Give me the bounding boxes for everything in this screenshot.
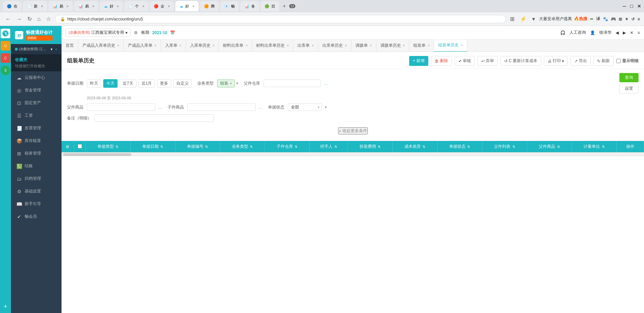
header-collapse-left[interactable]: ◀ (616, 30, 619, 35)
biz-type-dropdown-icon[interactable]: ▾ (236, 81, 238, 86)
forward-button[interactable]: → (15, 15, 23, 24)
calendar-icon[interactable]: 📅 (170, 30, 175, 35)
hot-search-label[interactable]: 🔥热搜 (574, 16, 587, 22)
sidebar-item-member[interactable]: ✔ 畅会员 (11, 210, 62, 223)
cut-icon[interactable]: ✂ (590, 17, 593, 22)
company-select-dropdown[interactable]: (勿删勿禁用) 江西服宝测试专用 ▾ (66, 28, 131, 37)
undo-icon[interactable]: ↺ (631, 17, 635, 22)
tab-kit-order[interactable]: 组装单 × (409, 40, 434, 52)
sidebar-item-cloud-report[interactable]: ☁ 云报表中心 (11, 71, 62, 84)
th-checkbox[interactable] (74, 141, 85, 152)
browser-tab-8[interactable]: ☁ 好 × (175, 1, 199, 11)
tab-material-out-close[interactable]: × (245, 44, 247, 47)
more-btn[interactable]: 更多 (157, 79, 171, 88)
sidebar-item-guide[interactable]: 📖 新手引导 (11, 198, 62, 210)
username-label[interactable]: 徐泽华 (599, 30, 612, 35)
tab-produce-in[interactable]: 产成品入库单 × (124, 40, 161, 52)
week-btn[interactable]: 近7天 (120, 79, 136, 88)
browser-tab-6[interactable]: 📄 个 × (124, 1, 148, 11)
sidebar-item-settlement[interactable]: 💹 结账 (11, 160, 62, 172)
translate-icon[interactable]: 译 (596, 16, 600, 22)
tab-out-order-history[interactable]: 出库单历史 × (318, 40, 351, 52)
tab-assembly-history[interactable]: 调拨单历史 × (376, 40, 410, 52)
header-collapse-right[interactable]: ▶ (623, 30, 626, 35)
grid-icon[interactable]: ⊞ (619, 17, 622, 22)
tab-home[interactable]: 首页 (62, 40, 78, 52)
add-sidebar-button[interactable]: + (4, 303, 8, 313)
sidebar-icon-4[interactable]: S (1, 66, 10, 75)
query-button[interactable]: 查询 (619, 73, 639, 82)
refresh-button[interactable]: ↻ 刷新 (593, 56, 614, 66)
tab-assembly-history-close[interactable]: × (403, 44, 405, 47)
page-scrollbar[interactable] (62, 152, 644, 156)
yesterday-btn[interactable]: 昨天 (87, 79, 101, 88)
recalculate-button[interactable]: ↺ C 重新计算成本 (500, 56, 541, 66)
abandon-button[interactable]: ↩ 弃审 (478, 56, 498, 66)
favorites-title[interactable]: 收藏夹 (15, 57, 57, 63)
th-order-type[interactable]: 单据类型 ⇅ (85, 141, 130, 152)
minimize-button[interactable]: ─ (623, 3, 626, 9)
parent-goods-more[interactable]: … (158, 105, 162, 110)
tab-out-order-history-close[interactable]: × (345, 44, 347, 47)
th-parent-list[interactable]: 父件列表 ⇅ (482, 141, 527, 152)
th-order-status[interactable]: 单据状态 ⇅ (437, 141, 482, 152)
browser-tab-2[interactable]: 📄 新 × (23, 1, 47, 11)
tab-out-order-close[interactable]: × (312, 44, 314, 47)
parent-goods-input[interactable] (87, 103, 155, 111)
tab-kit-history-close[interactable]: × (461, 43, 463, 47)
select-all-checkbox[interactable] (78, 144, 82, 148)
th-order-no[interactable]: 单据编号 ⇅ (175, 141, 220, 152)
tab-material-out-history-close[interactable]: × (287, 44, 289, 47)
biz-type-tag-close[interactable]: × (230, 82, 232, 85)
th-child-warehouse[interactable]: 子件仓库 ⇅ (265, 141, 309, 152)
child-goods-input[interactable] (187, 103, 256, 111)
browser-tab-3[interactable]: 📊 易 × (49, 1, 73, 11)
custom-btn[interactable]: 自定义 (173, 79, 192, 88)
th-parent-goods[interactable]: 父件商品 ⇅ (527, 141, 572, 152)
tab-out-order[interactable]: 出库单 × (293, 40, 318, 52)
qr-button[interactable]: ⊞ (509, 14, 516, 24)
review-button[interactable]: ✔ 审核 (455, 56, 475, 66)
parent-warehouse-input[interactable] (264, 80, 321, 87)
back-button[interactable]: ← (4, 15, 12, 24)
collapse-button[interactable]: ∧ 收起更多条件 (338, 127, 368, 134)
sidebar-item-inventory[interactable]: 📦 库存核算 (11, 134, 62, 147)
export-button[interactable]: ↗ 导出 (571, 56, 591, 66)
tab-kit-order-close[interactable]: × (428, 44, 430, 47)
new-record-button[interactable]: + 新增 (409, 56, 428, 66)
tab-produce-in-history-close[interactable]: × (117, 44, 119, 47)
tab-produce-in-history[interactable]: 产成品入库单历史 × (78, 40, 124, 52)
expand-button[interactable]: ▾ (531, 14, 536, 24)
tab-in-order-close[interactable]: × (179, 44, 182, 47)
order-status-select[interactable]: 全部 待审核 已审核 (288, 103, 322, 111)
set-button[interactable]: 设置 (619, 84, 639, 94)
tab-assembly[interactable]: 调拨单 × (351, 40, 376, 52)
tab-in-order-history[interactable]: 入库单历史 × (186, 40, 219, 52)
sidebar-item-fund[interactable]: ◎ 资金管理 (11, 84, 62, 97)
tab-produce-in-close[interactable]: × (155, 44, 157, 47)
parent-warehouse-more[interactable]: … (324, 81, 328, 86)
emoji-icon[interactable]: 🐾 (603, 17, 608, 22)
sidebar-item-payroll[interactable]: ☰ 工资 (11, 109, 62, 122)
maximize-button[interactable]: □ (630, 3, 633, 9)
print-button[interactable]: 🖨 打印 ▾ (544, 56, 568, 66)
scrollbar-thumb[interactable] (63, 153, 131, 156)
th-cost-diff[interactable]: 成本差异 ⇅ (392, 141, 437, 152)
home-browser-button[interactable]: ⌂ (36, 15, 42, 24)
th-handler[interactable]: 经手人 ⇅ (309, 141, 348, 152)
company-selector[interactable]: (勿删勿禁用) 江西服宝测试专用 ▾ + (11, 44, 62, 54)
note-input[interactable] (94, 114, 214, 122)
browser-tab-4[interactable]: 📊 易 × (74, 1, 98, 11)
header-menu-btn[interactable]: ≡ (638, 30, 640, 35)
user-service-label[interactable]: 人工咨询 (569, 30, 586, 35)
child-goods-more[interactable]: … (258, 105, 263, 110)
sidebar-icon-3[interactable]: C (1, 53, 10, 63)
refresh-browser-button[interactable]: ↻ (26, 14, 33, 24)
close-window-button[interactable]: ✕ (637, 3, 641, 9)
show-detail-checkbox-label[interactable]: 显示明细 (616, 58, 639, 64)
header-close-btn[interactable]: ✕ (630, 30, 633, 35)
tab-assembly-close[interactable]: × (370, 44, 372, 47)
th-settings[interactable]: ⚙ (62, 141, 74, 152)
new-tab-button[interactable]: + (281, 2, 288, 10)
sidebar-icon-2[interactable]: U (1, 41, 10, 51)
